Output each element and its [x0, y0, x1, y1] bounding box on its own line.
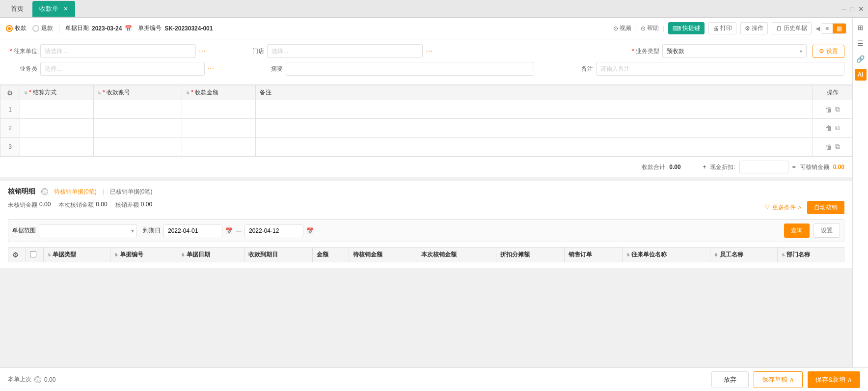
layout-grid-btn[interactable]: ▦	[833, 24, 846, 33]
table-row: 1 🗑 ⧉	[0, 100, 852, 119]
form-row-2: 业务员 选择... ··· 摘要 备注	[8, 62, 844, 76]
date-to-input[interactable]	[244, 224, 303, 237]
row-num-1: 1	[0, 100, 20, 119]
bottom-col-gear: ⚙	[8, 248, 26, 262]
sidebar-list-icon[interactable]: ☰	[855, 37, 867, 49]
table-settings-icon[interactable]: ⚙	[7, 89, 13, 97]
minimize-icon[interactable]: ─	[841, 5, 846, 13]
date-value: 2023-03-24	[92, 25, 122, 32]
remark-input[interactable]: 请输入备注	[596, 62, 844, 76]
col-account-label: 收款账号	[103, 89, 130, 96]
bottom-table-settings-icon[interactable]: ⚙	[12, 251, 19, 259]
shop-more-icon[interactable]: ···	[426, 47, 432, 56]
biz-type-label: 业务类型	[630, 47, 659, 56]
cell-account-3[interactable]	[94, 138, 182, 156]
writeoff-info-icon[interactable]: ⓘ	[41, 188, 48, 195]
scope-select[interactable]	[39, 224, 137, 237]
cell-settlement-1[interactable]	[20, 100, 94, 119]
biz-type-chevron: ▾	[800, 49, 802, 54]
sidebar-paperclip-icon[interactable]: 🔗	[855, 53, 867, 65]
cell-remark-3[interactable]	[256, 138, 813, 156]
copy-icon-2[interactable]: ⧉	[835, 124, 840, 132]
calendar-icon-from[interactable]: 📅	[225, 227, 233, 234]
cell-settlement-2[interactable]	[20, 119, 94, 138]
toolbar: 收款 退款 单据日期 2023-03-24 📅 单据编号 SK-20230324…	[0, 18, 852, 39]
copy-icon-3[interactable]: ⧉	[835, 142, 840, 151]
toolbar-right: ⊙ 视频 | ⊙ 帮助 | ⌨ 快捷键 🖨 打印 ⚙ 操作 🗒 历史单据 ◀ ≡…	[613, 22, 846, 34]
copy-icon-1[interactable]: ⧉	[835, 105, 840, 113]
writeoff-separator: |	[103, 188, 104, 195]
docnum-value: SK-20230324-001	[164, 25, 213, 32]
cell-account-1[interactable]	[94, 100, 182, 119]
more-conditions-btn[interactable]: ▽ 更多条件 ∧	[764, 203, 802, 212]
cell-amount-3[interactable]	[182, 138, 256, 156]
calendar-icon[interactable]: 📅	[125, 25, 132, 32]
chevron-up-icon: ∧	[797, 204, 802, 211]
sidebar-ai-icon[interactable]: Ai	[855, 69, 867, 81]
sidebar-grid-icon[interactable]: ⊞	[855, 22, 867, 33]
net-label: 可核销金额	[800, 163, 829, 171]
date-from-input[interactable]	[163, 224, 222, 237]
total-label: 收款合计	[642, 163, 665, 171]
col-remark: 备注	[256, 85, 813, 100]
summary-input[interactable]	[286, 62, 534, 76]
cell-remark-1[interactable]	[256, 100, 813, 119]
shop-input[interactable]: 选择...	[267, 44, 423, 58]
select-all-checkbox[interactable]	[30, 251, 36, 257]
delete-icon-2[interactable]: 🗑	[825, 124, 832, 132]
maximize-icon[interactable]: □	[850, 5, 854, 13]
save-draft-btn[interactable]: 保存草稿 ∧	[754, 371, 803, 388]
bottom-info-icon[interactable]: ⓘ	[34, 376, 41, 383]
counterparty-input[interactable]: 请选择...	[40, 44, 196, 58]
col-amount-label: 收款金额	[191, 89, 218, 96]
cell-remark-2[interactable]	[256, 119, 813, 138]
cell-account-2[interactable]	[94, 119, 182, 138]
counterparty-more-icon[interactable]: ···	[199, 47, 205, 56]
radio-refund[interactable]: 退款	[32, 24, 53, 32]
sort-icon-bt3: ⇅	[181, 253, 185, 257]
close-icon[interactable]: ✕	[858, 5, 864, 13]
video-link[interactable]: ⊙ 视频	[613, 24, 631, 32]
biz-type-field: 业务类型 预收款 ▾	[630, 44, 807, 58]
unchecked-val: 0.00	[39, 201, 51, 209]
tab-home[interactable]: 首页	[4, 1, 30, 17]
bottom-col-doc-num: ⇅ 单据编号	[110, 248, 177, 262]
save-new-btn[interactable]: 保存&新增 ∧	[808, 371, 860, 388]
bottom-col-counterparty: ⇅ 往来单位名称	[622, 248, 710, 262]
cell-settlement-3[interactable]	[20, 138, 94, 156]
docnum-field: 单据编号 SK-20230324-001	[138, 24, 213, 32]
calendar-icon-to[interactable]: 📅	[306, 227, 314, 234]
history-btn[interactable]: 🗒 历史单据	[772, 22, 812, 34]
delete-icon-1[interactable]: 🗑	[825, 106, 832, 113]
docnum-label: 单据编号	[138, 24, 162, 32]
help-link[interactable]: ⊙ 帮助	[641, 24, 659, 32]
receipt-table: ⚙ ⇅ 结算方式 ⇅ 收款账号 ⇅	[0, 85, 852, 156]
discard-btn[interactable]: 放弃	[711, 371, 749, 388]
shortcut-btn[interactable]: ⌨ 快捷键	[668, 22, 705, 34]
auto-writeoff-btn[interactable]: 自动核销	[807, 201, 844, 214]
row-num-2: 2	[0, 119, 20, 138]
print-btn[interactable]: 🖨 打印	[708, 22, 736, 34]
pending-link[interactable]: 待核销单据(0笔)	[54, 188, 97, 196]
cell-amount-1[interactable]	[182, 100, 256, 119]
bottom-col-dept: ⇅ 部门名称	[777, 248, 844, 262]
done-link[interactable]: 已核销单据(0笔)	[110, 188, 153, 196]
query-btn[interactable]: 查询	[784, 223, 810, 238]
radio-dot-receipt	[6, 25, 13, 32]
discount-input[interactable]	[739, 161, 788, 173]
filter-settings-btn[interactable]: 设置	[814, 223, 840, 238]
staff-more-icon[interactable]: ···	[208, 64, 214, 73]
nav-left-icon[interactable]: ◀	[815, 25, 820, 32]
radio-receipt[interactable]: 收款	[6, 24, 27, 32]
equals-sign: =	[792, 164, 796, 170]
cell-amount-2[interactable]	[182, 119, 256, 138]
tab-close-icon[interactable]: ✕	[63, 5, 68, 12]
staff-input[interactable]: 选择...	[40, 62, 205, 76]
delete-icon-3[interactable]: 🗑	[825, 143, 832, 151]
layout-list-btn[interactable]: ≡	[821, 24, 833, 33]
operation-btn[interactable]: ⚙ 操作	[740, 22, 768, 34]
sort-icon-bt11: ⇅	[782, 253, 785, 257]
biz-type-select[interactable]: 预收款 ▾	[662, 44, 807, 58]
settings-btn[interactable]: ⚙ 设置	[813, 45, 844, 58]
tab-receipt[interactable]: 收款单 ✕	[32, 1, 75, 17]
